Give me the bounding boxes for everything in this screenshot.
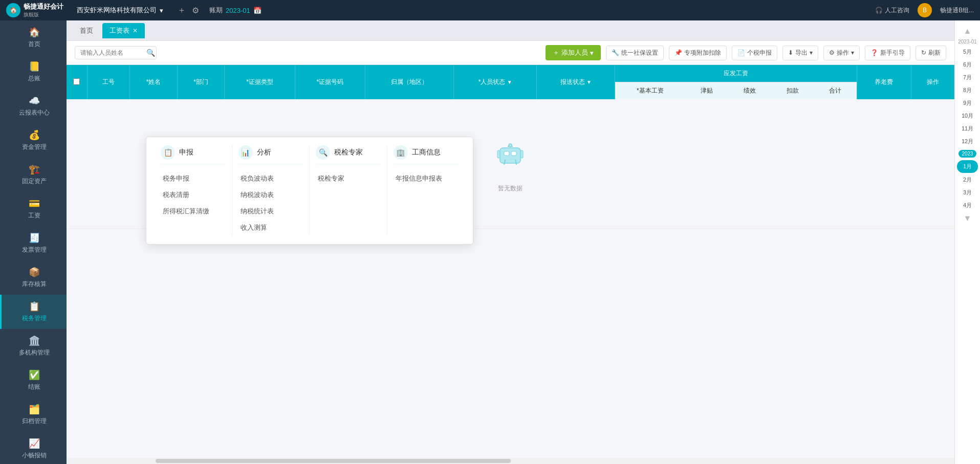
support-btn[interactable]: 🎧 人工咨询	[875, 6, 909, 15]
select-all-header[interactable]	[67, 65, 87, 99]
social-insurance-btn[interactable]: 🔧 统一社保设置	[606, 46, 664, 60]
menu-item-tax-statistics[interactable]: 纳税统计表	[238, 203, 303, 219]
th-submit-label: 报送状态	[560, 78, 585, 85]
timeline-month-6[interactable]: 6月	[955, 58, 980, 71]
sidebar-item-fund[interactable]: 💰 资金管理	[0, 123, 67, 158]
menu-item-tax-check[interactable]: 税检专家	[316, 170, 381, 187]
main-layout: 🏠 首页 📒 总账 ☁️ 云报表中心 💰 资金管理 🏗️ 固定资产 💳 工资 🧾…	[0, 20, 980, 464]
menu-section-header-analysis: 📊 分析	[238, 145, 303, 164]
th-total: 合计	[814, 82, 857, 100]
sidebar-item-settle[interactable]: ✅ 结账	[0, 363, 67, 397]
th-id-no: *证据号码	[295, 65, 365, 99]
export-btn[interactable]: ⬇ 导出 ▾	[782, 46, 818, 60]
sidebar-item-cloud-report[interactable]: ☁️ 云报表中心	[0, 89, 67, 123]
th-pension: 养老费	[857, 65, 911, 99]
menu-item-tax-form-clear[interactable]: 税表清册	[161, 187, 226, 203]
user-name[interactable]: 畅捷通B组...	[940, 6, 974, 15]
add-person-label: 添加人员	[561, 48, 588, 57]
special-deduction-btn[interactable]: 📌 专项附加扣除	[669, 46, 727, 60]
home-icon: 🏠	[29, 27, 40, 38]
status-filter-icon[interactable]: ▼	[507, 79, 512, 85]
submit-filter-icon[interactable]: ▼	[586, 79, 592, 85]
app-subtitle: 旗舰版	[24, 11, 63, 18]
th-wage-group: 应发工资	[615, 65, 857, 82]
guide-btn[interactable]: ❓ 新手引导	[865, 46, 910, 60]
horizontal-scrollbar[interactable]	[67, 458, 954, 464]
timeline-month-9[interactable]: 9月	[955, 97, 980, 109]
multi-org-icon: 🏛️	[29, 335, 40, 346]
headset-icon: 🎧	[875, 7, 883, 14]
sidebar-item-inventory[interactable]: 📦 库存核算	[0, 260, 67, 295]
timeline-month-10[interactable]: 10月	[955, 109, 980, 122]
menu-item-income-test[interactable]: 收入测算	[238, 219, 303, 236]
plus-icon: ＋	[553, 48, 559, 57]
content-area: 首页 工资表 ✕ 🔍 ＋ 添加人员 ▾ 🔧 统一社保设置 📌	[67, 20, 954, 464]
menu-item-tax-burden-table[interactable]: 税负波动表	[238, 170, 303, 187]
cloud-icon: ☁️	[29, 95, 40, 106]
timeline-month-3[interactable]: 3月	[955, 186, 980, 199]
select-all-checkbox[interactable]	[73, 78, 80, 85]
report-icon: 📈	[29, 438, 40, 449]
timeline-month-11[interactable]: 11月	[955, 122, 980, 135]
add-person-button[interactable]: ＋ 添加人员 ▾	[546, 45, 601, 60]
operation-dropdown-icon: ▾	[851, 49, 854, 56]
logo-area: 🏠 畅捷通好会计 旗舰版	[6, 2, 73, 18]
th-name: *姓名	[130, 65, 178, 99]
menu-item-tax-declaration[interactable]: 税务申报	[161, 170, 226, 187]
tax-return-label: 个税申报	[747, 49, 772, 57]
sidebar-label-ledger: 总账	[28, 74, 40, 83]
timeline-month-4[interactable]: 4月	[955, 199, 980, 212]
tab-bar: 首页 工资表 ✕	[67, 20, 954, 41]
sidebar-item-fixed-assets[interactable]: 🏗️ 固定资产	[0, 158, 67, 192]
calendar-icon[interactable]: 📅	[253, 7, 262, 14]
refresh-btn[interactable]: ↻ 刷新	[916, 46, 946, 60]
timeline-month-12[interactable]: 12月	[955, 135, 980, 148]
timeline-up-arrow[interactable]: ▲	[962, 25, 974, 38]
menu-section-business-info: 🏢 工商信息 年报信息申报表	[387, 145, 465, 236]
sidebar-label-payroll: 工资	[28, 211, 40, 220]
menu-item-tax-payment-table[interactable]: 纳税波动表	[238, 187, 303, 203]
timeline-month-8[interactable]: 8月	[955, 84, 980, 97]
timeline-down-arrow[interactable]: ▼	[962, 212, 974, 225]
menu-section-declaration: 📋 申报 税务申报 税表清册 所得税汇算清缴	[155, 145, 232, 236]
add-company-icon[interactable]: ＋	[178, 5, 186, 16]
sidebar-item-invoice[interactable]: 🧾 发票管理	[0, 226, 67, 260]
svg-rect-2	[511, 151, 516, 156]
sidebar-item-archive[interactable]: 🗂️ 归档管理	[0, 397, 67, 432]
timeline-month-1[interactable]: 1月	[957, 160, 978, 173]
tax-return-btn[interactable]: 📄 个税申报	[732, 46, 777, 60]
company-selector[interactable]: 西安虾米网络科技有限公司 ▾	[73, 4, 167, 17]
special-deduction-icon: 📌	[674, 49, 682, 56]
svg-rect-0	[500, 148, 520, 163]
tax-return-icon: 📄	[737, 49, 745, 56]
ledger-icon: 📒	[29, 61, 40, 72]
timeline-year-2023: 2023	[959, 150, 976, 158]
sidebar-item-report[interactable]: 📈 小畅报销	[0, 432, 67, 464]
scrollbar-thumb[interactable]	[156, 459, 511, 463]
tax-expert-title: 税检专家	[334, 148, 363, 157]
settings-icon[interactable]: ⚙	[192, 6, 199, 15]
sidebar-label-tax: 税务管理	[22, 314, 47, 323]
search-input[interactable]	[75, 46, 157, 59]
svg-rect-1	[504, 151, 509, 156]
th-dept: *部门	[177, 65, 225, 99]
sidebar-item-home[interactable]: 🏠 首页	[0, 20, 67, 55]
operation-btn[interactable]: ⚙ 操作 ▾	[823, 46, 860, 60]
sidebar-item-tax[interactable]: 📋 税务管理	[0, 295, 67, 329]
sidebar-item-payroll[interactable]: 💳 工资	[0, 192, 67, 226]
user-avatar[interactable]: B	[918, 3, 932, 17]
tab-salary[interactable]: 工资表 ✕	[102, 23, 145, 38]
tab-home[interactable]: 首页	[73, 23, 100, 38]
menu-item-annual-report[interactable]: 年报信息申报表	[394, 170, 459, 187]
tab-close-icon[interactable]: ✕	[133, 27, 138, 34]
sidebar-item-ledger[interactable]: 📒 总账	[0, 55, 67, 89]
app-title: 畅捷通好会计	[24, 2, 63, 11]
tax-icon: 📋	[29, 301, 40, 312]
menu-section-header-declaration: 📋 申报	[161, 145, 226, 164]
export-label: 导出	[795, 49, 808, 57]
timeline-month-5[interactable]: 5月	[955, 46, 980, 58]
menu-item-income-tax-settlement[interactable]: 所得税汇算清缴	[161, 203, 226, 219]
timeline-month-2[interactable]: 2月	[955, 173, 980, 186]
sidebar-item-multi-org[interactable]: 🏛️ 多机构管理	[0, 329, 67, 363]
timeline-month-7[interactable]: 7月	[955, 71, 980, 84]
